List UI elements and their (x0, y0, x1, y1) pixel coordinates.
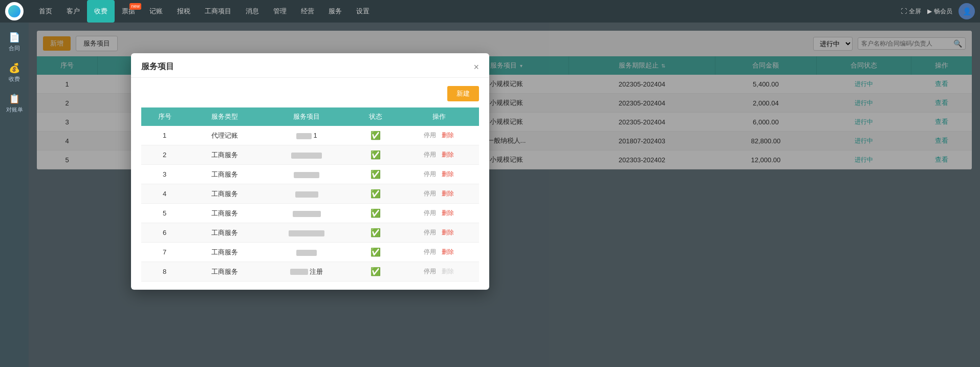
list-item: 5 工商服务 ✅ 停用 删除 (141, 204, 479, 223)
app-logo (5, 2, 24, 20)
nav-home[interactable]: 首页 (32, 0, 59, 23)
contract-icon: 📄 (9, 32, 20, 43)
delete-button[interactable]: 删除 (442, 151, 454, 158)
stop-button[interactable]: 停用 (424, 268, 436, 275)
nav-baoshui[interactable]: 报税 (170, 0, 198, 23)
modal-cell-action: 停用 删除 (399, 243, 479, 262)
nav-jizhang[interactable]: 记账 (142, 0, 170, 23)
delete-button[interactable]: 删除 (442, 209, 454, 217)
modal-cell-status: ✅ (352, 184, 399, 204)
logo-icon (8, 5, 20, 17)
stop-button[interactable]: 停用 (424, 151, 436, 158)
modal-cell-item: 1 (261, 126, 352, 145)
new-badge: new (129, 3, 141, 10)
stop-button[interactable]: 停用 (424, 229, 436, 236)
status-check-icon: ✅ (371, 248, 381, 256)
modal-cell-type: 工商服务 (188, 262, 261, 282)
modal-col-status: 状态 (352, 107, 399, 126)
nav-fuwu[interactable]: 服务 (321, 0, 349, 23)
modal-cell-index: 3 (141, 165, 188, 184)
stop-button[interactable]: 停用 (424, 132, 436, 139)
top-navigation: 首页 客户 收费 票据 new 记账 报税 工商项目 消息 管理 经营 服务 设… (0, 0, 980, 23)
stop-button[interactable]: 停用 (424, 190, 436, 197)
status-check-icon: ✅ (371, 267, 381, 276)
modal-cell-item (261, 165, 352, 184)
stop-button[interactable]: 停用 (424, 209, 436, 217)
service-items-modal: 服务项目 × 新建 序号 服务类型 服务项目 状态 (131, 53, 489, 290)
sidebar-label-duizhangdan: 对账单 (6, 106, 23, 114)
modal-cell-type: 工商服务 (188, 184, 261, 204)
modal-cell-item: 注册 (261, 262, 352, 282)
list-item: 1 代理记账 1 ✅ 停用 删除 (141, 126, 479, 145)
modal-title: 服务项目 (141, 61, 174, 72)
status-check-icon: ✅ (371, 131, 381, 140)
status-check-icon: ✅ (371, 228, 381, 237)
modal-col-type: 服务类型 (188, 107, 261, 126)
member-icon: ▶ (927, 8, 932, 15)
list-item: 6 工商服务 ✅ 停用 删除 (141, 223, 479, 243)
list-item: 8 工商服务 注册 ✅ 停用 删除 (141, 262, 479, 282)
nav-gongshang[interactable]: 工商项目 (198, 0, 238, 23)
list-item: 4 工商服务 ✅ 停用 删除 (141, 184, 479, 204)
modal-cell-action: 停用 删除 (399, 145, 479, 165)
modal-col-action: 操作 (399, 107, 479, 126)
sidebar-item-contract[interactable]: 📄 合同 (1, 28, 28, 56)
modal-cell-type: 工商服务 (188, 223, 261, 243)
status-check-icon: ✅ (371, 209, 381, 218)
modal-col-item: 服务项目 (261, 107, 352, 126)
modal-close-button[interactable]: × (473, 62, 479, 72)
modal-cell-status: ✅ (352, 165, 399, 184)
modal-header: 服务项目 × (131, 53, 489, 78)
delete-button[interactable]: 删除 (442, 170, 454, 178)
top-nav-right: ⛶ 全屏 ▶ 畅会员 👤 (901, 3, 975, 19)
modal-cell-status: ✅ (352, 243, 399, 262)
main-layout: 📄 合同 💰 收费 📋 对账单 新增 服务项目 进行中 已完成 全部 (0, 23, 980, 367)
modal-cell-type: 工商服务 (188, 145, 261, 165)
modal-new-button[interactable]: 新建 (447, 86, 479, 101)
sidebar-item-shoufei[interactable]: 💰 收费 (1, 58, 28, 87)
delete-button[interactable]: 删除 (442, 248, 454, 255)
modal-cell-item (261, 184, 352, 204)
nav-message[interactable]: 消息 (238, 0, 266, 23)
user-avatar[interactable]: 👤 (959, 3, 975, 19)
modal-cell-index: 1 (141, 126, 188, 145)
delete-button[interactable]: 删除 (442, 229, 454, 236)
main-content: 新增 服务项目 进行中 已完成 全部 🔍 序号 合同编码 (29, 23, 980, 367)
modal-toolbar: 新建 (141, 86, 479, 101)
nav-jingying[interactable]: 经营 (294, 0, 321, 23)
modal-cell-index: 6 (141, 223, 188, 243)
list-item: 3 工商服务 ✅ 停用 删除 (141, 165, 479, 184)
duizhangdan-icon: 📋 (9, 93, 20, 104)
delete-button[interactable]: 删除 (442, 268, 454, 275)
modal-cell-action: 停用 删除 (399, 126, 479, 145)
modal-cell-type: 工商服务 (188, 165, 261, 184)
status-check-icon: ✅ (371, 189, 381, 198)
modal-cell-status: ✅ (352, 223, 399, 243)
modal-cell-item (261, 223, 352, 243)
stop-button[interactable]: 停用 (424, 248, 436, 255)
nav-customer[interactable]: 客户 (59, 0, 87, 23)
nav-piaoju[interactable]: 票据 new (115, 0, 142, 23)
nav-settings[interactable]: 设置 (349, 0, 377, 23)
status-check-icon: ✅ (371, 150, 381, 159)
nav-manage[interactable]: 管理 (266, 0, 294, 23)
member-button[interactable]: ▶ 畅会员 (927, 7, 952, 16)
modal-overlay: 服务项目 × 新建 序号 服务类型 服务项目 状态 (29, 23, 980, 367)
modal-cell-action: 停用 删除 (399, 184, 479, 204)
modal-cell-action: 停用 删除 (399, 204, 479, 223)
modal-cell-type: 代理记账 (188, 126, 261, 145)
sidebar-item-duizhangdan[interactable]: 📋 对账单 (1, 89, 28, 118)
status-check-icon: ✅ (371, 170, 381, 179)
modal-cell-status: ✅ (352, 262, 399, 282)
stop-button[interactable]: 停用 (424, 170, 436, 178)
fullscreen-button[interactable]: ⛶ 全屏 (901, 7, 921, 16)
delete-button[interactable]: 删除 (442, 190, 454, 197)
modal-cell-index: 2 (141, 145, 188, 165)
delete-button[interactable]: 删除 (442, 132, 454, 139)
sidebar-label-shoufei: 收费 (9, 75, 20, 83)
modal-cell-index: 5 (141, 204, 188, 223)
sidebar: 📄 合同 💰 收费 📋 对账单 (0, 23, 29, 367)
modal-cell-action: 停用 删除 (399, 165, 479, 184)
modal-cell-action: 停用 删除 (399, 262, 479, 282)
nav-shoufei[interactable]: 收费 (87, 0, 115, 23)
